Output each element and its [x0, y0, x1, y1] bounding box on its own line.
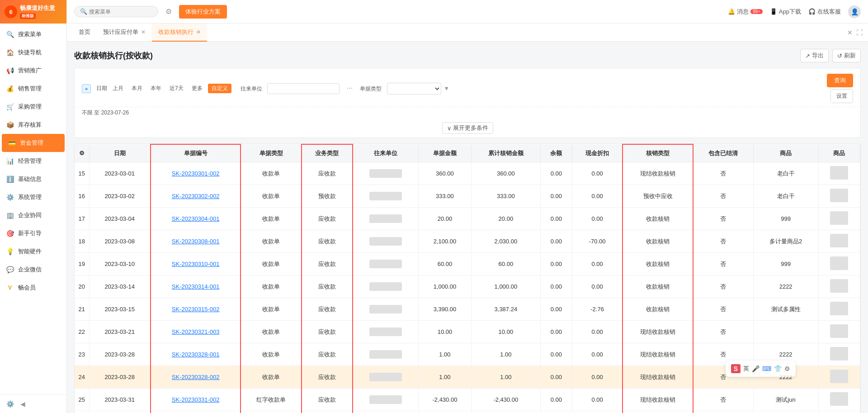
col-included[interactable]: 包含已结清 — [693, 144, 753, 162]
tab-close-prepay[interactable]: ✕ — [141, 29, 146, 35]
filter-this-month[interactable]: 本月 — [129, 84, 145, 93]
sidebar-item-hardware[interactable]: 💡 智能硬件 — [0, 242, 66, 261]
col-verify-type[interactable]: 核销类型 — [623, 144, 693, 162]
sidebar-item-sales[interactable]: 💰 销售管理 — [0, 80, 66, 98]
cell-cash-discount: 0.00 — [572, 208, 623, 230]
cell-accumulated: 3,387.24 — [471, 298, 541, 321]
cell-biz-type: 应收款 — [302, 230, 353, 253]
sidebar-item-marketing[interactable]: 📢 营销推广 — [0, 62, 66, 80]
cell-bill-type: 收款单 — [241, 162, 301, 185]
app-download-item[interactable]: 📱 App下载 — [770, 8, 801, 16]
sidebar-item-system[interactable]: ⚙️ 系统管理 — [0, 188, 66, 206]
col-date[interactable]: 日期 — [89, 144, 151, 162]
page-title: 收款核销执行(按收款) — [74, 50, 153, 61]
bill-no-link[interactable]: SK-20230302-002 — [172, 193, 220, 199]
cell-no: 20 — [75, 275, 89, 298]
keyboard-icon[interactable]: ⌨ — [762, 365, 771, 372]
filter-expand-button[interactable]: » — [82, 84, 91, 93]
sidebar-item-wechat[interactable]: 💬 企业微信 — [0, 261, 66, 279]
cell-bill-no: SK-20230328-001 — [151, 343, 241, 366]
col-bill-type[interactable]: 单据类型 — [241, 144, 301, 162]
bill-no-link[interactable]: SK-20230310-001 — [172, 261, 220, 267]
bill-no-link[interactable]: SK-20230304-001 — [172, 215, 220, 222]
tab-collection[interactable]: 收款核销执行 ✕ — [152, 24, 207, 42]
filter-more[interactable]: 更多 — [189, 84, 205, 93]
filter-last-month[interactable]: 上月 — [110, 84, 126, 93]
sidebar-item-finance[interactable]: 💳 资金管理 — [2, 134, 65, 152]
setting-button[interactable]: 设置 — [830, 89, 853, 103]
search-input[interactable] — [89, 9, 152, 15]
bill-no-link[interactable]: SK-20230314-001 — [172, 283, 220, 290]
sidebar-item-enterprise[interactable]: 🏢 企业协同 — [0, 206, 66, 224]
tabbar: 首页 预计应应付单 ✕ 收款核销执行 ✕ ✕ ⛶ — [67, 24, 868, 42]
col-settings[interactable]: ⚙ — [75, 144, 89, 162]
solution-button[interactable]: 体验行业方案 — [179, 5, 227, 19]
tab-prepay[interactable]: 预计应应付单 ✕ — [97, 24, 152, 42]
bill-no-link[interactable]: SK-20230328-001 — [172, 351, 220, 358]
sidebar-item-newbie[interactable]: 🎯 新手引导 — [0, 224, 66, 242]
sidebar-menu: 🔍 搜索菜单 🏠 快捷导航 📢 营销推广 💰 销售管理 🛒 采购管理 📦 库存核… — [0, 24, 66, 394]
more-icon[interactable]: ⚙ — [784, 365, 790, 372]
shirt-icon[interactable]: 👕 — [774, 365, 782, 372]
cell-partner: ████ — [353, 343, 419, 366]
cell-amount: 3,390.00 — [419, 298, 471, 321]
table-header-row: ⚙ 日期 单据编号 单据类型 业务类型 往来单位 单据金额 累计核销金额 余额 … — [75, 144, 860, 162]
col-cash-discount[interactable]: 现金折扣 — [572, 144, 623, 162]
cell-balance: 0.00 — [541, 185, 572, 208]
cell-biz-type: 应收款 — [302, 343, 353, 366]
col-balance[interactable]: 余额 — [541, 144, 572, 162]
settings-icon[interactable]: ⚙️ — [5, 399, 14, 408]
col-product[interactable]: 商品 — [753, 144, 818, 162]
sidebar-item-search[interactable]: 🔍 搜索菜单 — [0, 25, 66, 43]
cell-verify-type: 现结收款核销 — [623, 389, 693, 411]
cell-date: 2023-03-31 — [89, 389, 151, 411]
cell-verify-type: 现结收款核销 — [623, 162, 693, 185]
col-biz-type[interactable]: 业务类型 — [302, 144, 353, 162]
sidebar-item-operations[interactable]: 📊 经营管理 — [0, 152, 66, 170]
table-row: 22 2023-03-21 SK-20230321-003 收款单 应收款 ██… — [75, 321, 860, 343]
bill-no-link[interactable]: SK-20230308-001 — [172, 238, 220, 245]
export-button[interactable]: ↗ 导出 — [800, 49, 829, 62]
cell-cash-discount: 0.00 — [572, 343, 623, 366]
col-amount[interactable]: 单据金额 — [419, 144, 471, 162]
col-bill-no[interactable]: 单据编号 — [151, 144, 241, 162]
col-product2[interactable]: 商品 — [818, 144, 860, 162]
filter-7days[interactable]: 近7天 — [167, 84, 186, 93]
bill-no-link[interactable]: SK-20230321-003 — [172, 328, 220, 335]
search-icon: 🔍 — [5, 30, 14, 39]
online-support-item[interactable]: 🎧 在线客服 — [808, 8, 841, 16]
topbar-gear-icon[interactable]: ⚙ — [165, 7, 172, 16]
sidebar-item-quicknav[interactable]: 🏠 快捷导航 — [0, 43, 66, 62]
sidebar-item-purchase[interactable]: 🛒 采购管理 — [0, 98, 66, 116]
user-avatar[interactable]: 👤 — [848, 5, 861, 18]
filter-this-year[interactable]: 本年 — [148, 84, 164, 93]
sidebar-item-member[interactable]: V 畅会员 — [0, 279, 66, 297]
refresh-button[interactable]: ↺ 刷新 — [832, 49, 861, 62]
sidebar-item-inventory[interactable]: 📦 库存核算 — [0, 116, 66, 134]
bill-type-select[interactable] — [387, 83, 441, 95]
tab-close-all-icon[interactable]: ✕ — [847, 29, 853, 36]
collapse-icon[interactable]: ◀ — [18, 399, 27, 408]
cell-biz-type: 应收款 — [302, 321, 353, 343]
cell-bill-type: 收款单 — [241, 275, 301, 298]
col-partner[interactable]: 往来单位 — [353, 144, 419, 162]
tab-home[interactable]: 首页 — [72, 24, 97, 42]
query-button[interactable]: 查询 — [827, 74, 853, 87]
sidebar-item-basic[interactable]: ℹ️ 基础信息 — [0, 170, 66, 188]
notification-item[interactable]: 🔔 消息 99+ — [728, 8, 763, 16]
cell-verify-type: 现结收款核销 — [623, 366, 693, 389]
tab-close-collection[interactable]: ✕ — [196, 29, 201, 35]
cell-included: 否 — [693, 185, 753, 208]
mic-icon[interactable]: 🎤 — [752, 365, 760, 372]
cell-product2 — [818, 321, 860, 343]
expand-more-button[interactable]: ∨ 展开更多条件 — [442, 122, 493, 134]
bill-no-link[interactable]: SK-20230328-002 — [172, 374, 220, 380]
bill-no-link[interactable]: SK-20230315-002 — [172, 306, 220, 313]
filter-custom-button[interactable]: 自定义 — [208, 84, 231, 93]
bill-no-link[interactable]: SK-20230331-002 — [172, 396, 220, 403]
partner-input[interactable] — [267, 83, 340, 94]
search-box[interactable]: 🔍 — [74, 6, 158, 17]
bill-no-link[interactable]: SK-20230301-002 — [172, 170, 220, 177]
tab-expand-icon[interactable]: ⛶ — [856, 29, 863, 36]
col-accumulated[interactable]: 累计核销金额 — [471, 144, 541, 162]
